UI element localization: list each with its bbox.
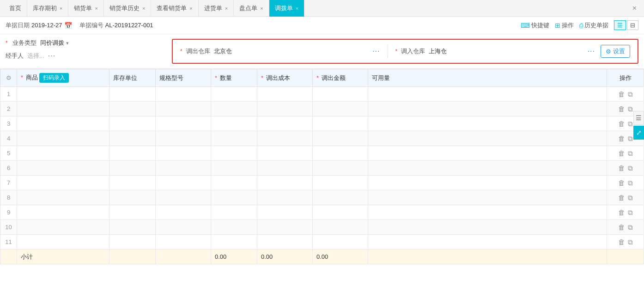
- amount-cell-1[interactable]: [313, 87, 368, 102]
- delete-icon-9[interactable]: 🗑: [618, 208, 625, 216]
- amount-cell-8[interactable]: [313, 190, 368, 205]
- spec-cell-10[interactable]: [156, 220, 211, 235]
- amount-cell-7[interactable]: [313, 176, 368, 190]
- copy-icon-3[interactable]: ⧉: [628, 120, 633, 128]
- list-view-btn[interactable]: ☰: [614, 20, 626, 30]
- available-cell-1[interactable]: [368, 87, 607, 102]
- cost-cell-8[interactable]: [257, 190, 313, 205]
- operations-btn[interactable]: ⊞ 操作: [555, 21, 574, 30]
- delete-icon-8[interactable]: 🗑: [618, 194, 625, 201]
- amount-cell-5[interactable]: [313, 146, 368, 161]
- unit-cell-2[interactable]: [109, 102, 156, 116]
- side-expand-btn[interactable]: ⤢: [633, 126, 644, 140]
- tab-purchase[interactable]: 进货单 ×: [199, 0, 234, 17]
- available-cell-2[interactable]: [368, 102, 607, 116]
- tab-close-inventory-check[interactable]: ×: [260, 6, 263, 11]
- business-type-select[interactable]: 同价调拨 ▾: [40, 39, 69, 47]
- product-cell-10[interactable]: [17, 220, 109, 235]
- copy-icon-8[interactable]: ⧉: [628, 194, 633, 202]
- unit-cell-5[interactable]: [109, 146, 156, 161]
- spec-cell-6[interactable]: [156, 161, 211, 176]
- available-cell-3[interactable]: [368, 116, 607, 131]
- amount-cell-3[interactable]: [313, 116, 368, 131]
- product-cell-5[interactable]: [17, 146, 109, 161]
- unit-cell-6[interactable]: [109, 161, 156, 176]
- side-list-btn[interactable]: ☰: [633, 111, 644, 125]
- qty-cell-6[interactable]: [211, 161, 257, 176]
- tab-home[interactable]: 首页: [4, 0, 27, 17]
- qty-cell-2[interactable]: [211, 102, 257, 116]
- tab-sales-order[interactable]: 销货单 ×: [68, 0, 103, 17]
- unit-cell-9[interactable]: [109, 205, 156, 220]
- delete-icon-7[interactable]: 🗑: [618, 179, 625, 187]
- spec-cell-4[interactable]: [156, 131, 211, 146]
- amount-cell-6[interactable]: [313, 161, 368, 176]
- copy-icon-2[interactable]: ⧉: [628, 105, 633, 113]
- unit-cell-1[interactable]: [109, 87, 156, 102]
- copy-icon-9[interactable]: ⧉: [628, 208, 633, 217]
- qty-cell-8[interactable]: [211, 190, 257, 205]
- unit-cell-3[interactable]: [109, 116, 156, 131]
- qty-cell-5[interactable]: [211, 146, 257, 161]
- cost-cell-10[interactable]: [257, 220, 313, 235]
- cost-cell-7[interactable]: [257, 176, 313, 190]
- product-cell-8[interactable]: [17, 190, 109, 205]
- delete-icon-4[interactable]: 🗑: [618, 134, 625, 142]
- tab-close-purchase[interactable]: ×: [225, 6, 228, 11]
- tab-inventory-init[interactable]: 库存期初 ×: [27, 0, 68, 17]
- amount-cell-2[interactable]: [313, 102, 368, 116]
- amount-cell-10[interactable]: [313, 220, 368, 235]
- delete-icon-10[interactable]: 🗑: [618, 223, 625, 231]
- tab-close-sales-history[interactable]: ×: [142, 6, 145, 11]
- spec-cell-1[interactable]: [156, 87, 211, 102]
- spec-cell-5[interactable]: [156, 146, 211, 161]
- available-cell-8[interactable]: [368, 190, 607, 205]
- qty-cell-10[interactable]: [211, 220, 257, 235]
- cost-cell-3[interactable]: [257, 116, 313, 131]
- grid-view-btn[interactable]: ⊟: [627, 20, 638, 30]
- qty-cell-9[interactable]: [211, 205, 257, 220]
- tab-inventory-check[interactable]: 盘点单 ×: [234, 0, 269, 17]
- unit-cell-7[interactable]: [109, 176, 156, 190]
- product-cell-7[interactable]: [17, 176, 109, 190]
- out-warehouse-more-btn[interactable]: ···: [372, 47, 380, 55]
- settings-button[interactable]: ⚙ 设置: [601, 45, 630, 58]
- qty-cell-11[interactable]: [211, 235, 257, 250]
- cost-cell-5[interactable]: [257, 146, 313, 161]
- tab-close-sales-order[interactable]: ×: [95, 6, 97, 11]
- tab-close-transfer[interactable]: ×: [296, 6, 298, 11]
- unit-cell-11[interactable]: [109, 235, 156, 250]
- calendar-icon[interactable]: 📅: [64, 22, 72, 29]
- unit-cell-4[interactable]: [109, 131, 156, 146]
- history-btn[interactable]: ⎙ 历史单据: [579, 21, 608, 30]
- available-cell-6[interactable]: [368, 161, 607, 176]
- cost-cell-2[interactable]: [257, 102, 313, 116]
- qty-cell-3[interactable]: [211, 116, 257, 131]
- delete-icon-2[interactable]: 🗑: [618, 105, 625, 113]
- cost-cell-11[interactable]: [257, 235, 313, 250]
- delete-icon-3[interactable]: 🗑: [618, 120, 625, 128]
- product-cell-6[interactable]: [17, 161, 109, 176]
- spec-cell-11[interactable]: [156, 235, 211, 250]
- available-cell-10[interactable]: [368, 220, 607, 235]
- copy-icon-4[interactable]: ⧉: [628, 134, 633, 143]
- tab-close-view-sales[interactable]: ×: [189, 6, 192, 11]
- spec-cell-2[interactable]: [156, 102, 211, 116]
- spec-cell-7[interactable]: [156, 176, 211, 190]
- cost-cell-9[interactable]: [257, 205, 313, 220]
- copy-icon-1[interactable]: ⧉: [628, 90, 633, 98]
- amount-cell-9[interactable]: [313, 205, 368, 220]
- copy-icon-6[interactable]: ⧉: [628, 164, 633, 172]
- product-cell-3[interactable]: [17, 116, 109, 131]
- qty-cell-4[interactable]: [211, 131, 257, 146]
- amount-cell-11[interactable]: [313, 235, 368, 250]
- spec-cell-8[interactable]: [156, 190, 211, 205]
- amount-cell-4[interactable]: [313, 131, 368, 146]
- close-all-tabs[interactable]: ×: [629, 4, 640, 12]
- qty-cell-1[interactable]: [211, 87, 257, 102]
- spec-cell-9[interactable]: [156, 205, 211, 220]
- product-cell-11[interactable]: [17, 235, 109, 250]
- gear-icon[interactable]: ⚙: [6, 74, 12, 81]
- product-cell-1[interactable]: [17, 87, 109, 102]
- tab-transfer[interactable]: 调拨单 ×: [269, 0, 304, 17]
